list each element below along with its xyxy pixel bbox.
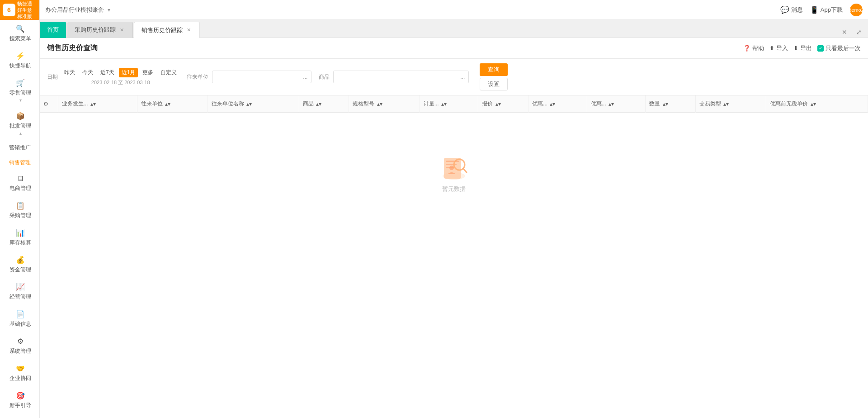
help-icon: ❓ — [743, 45, 750, 52]
ecommerce-icon: 🖥 — [17, 175, 24, 183]
sort-discount2[interactable]: ▴▾ — [609, 101, 614, 107]
content-area: 销售历史价查询 ❓ 帮助 ⬆ 导入 ⬇ 导出 ✓ 只看最后一次 — [40, 38, 868, 418]
svg-rect-2 — [446, 161, 459, 162]
sort-product[interactable]: ▴▾ — [316, 101, 321, 107]
quick-nav-icon: ⚡ — [16, 52, 25, 60]
empty-state-cell: 暂元数据 — [40, 113, 868, 230]
purchase-icon: 📋 — [16, 201, 25, 210]
sidebar-sub-marketing[interactable]: 营销推广 — [0, 140, 39, 155]
search-icon: 🔍 — [16, 24, 25, 33]
top-title: 办公用品行业模拟账套 — [45, 6, 104, 14]
sort-partner-name[interactable]: ▴▾ — [246, 101, 252, 107]
app-logo[interactable]: 6 畅捷通好生意 标准版 — [0, 0, 39, 20]
tab-expand-btn[interactable]: ⤢ — [854, 27, 864, 38]
th-spec: 规格型号 ▴▾ — [349, 95, 420, 113]
date-row: 昨天 今天 近7天 近1月 更多 自定义 — [61, 68, 179, 77]
message-btn[interactable]: 💬 消息 — [780, 5, 803, 14]
sort-partner-id[interactable]: ▴▾ — [165, 101, 170, 107]
sidebar-item-quick-nav[interactable]: ⚡ 快捷导航 — [0, 47, 39, 74]
sidebar-item-app-center[interactable]: 📱 应用中心 — [0, 414, 39, 418]
tab-purchase-close[interactable]: ✕ — [118, 27, 125, 33]
inventory-icon: 📊 — [16, 228, 25, 237]
th-partner-name: 往来单位名称 ▴▾ — [208, 95, 299, 113]
date-btn-1month[interactable]: 近1月 — [119, 68, 138, 77]
import-btn[interactable]: ⬆ 导入 — [769, 44, 788, 52]
sidebar-item-wholesale[interactable]: 📦 批发管理 ▴ — [0, 107, 39, 140]
wholesale-submenu: 营销推广 销售管理 — [0, 140, 39, 170]
sidebar-item-operations[interactable]: 📈 经营管理 — [0, 278, 39, 305]
table-header: ⚙ 业务发生... ▴▾ 往来单位 ▴▾ 往来单位名称 ▴▾ — [40, 95, 868, 113]
date-range-display: 2023-02-18 至 2023-03-18 — [91, 79, 150, 86]
page-title: 销售历史价查询 — [47, 43, 98, 58]
sort-unit[interactable]: ▴▾ — [441, 101, 447, 107]
th-product: 商品 ▴▾ — [299, 95, 349, 113]
logo-icon: 6 — [3, 4, 15, 16]
page-header: 销售历史价查询 ❓ 帮助 ⬆ 导入 ⬇ 导出 ✓ 只看最后一次 — [40, 38, 868, 59]
main-area: 办公用品行业模拟账套 ▾ 💬 消息 📱 App下载 demo2 首页 采购历史价… — [40, 0, 868, 418]
date-label: 日期 — [47, 73, 58, 81]
sort-biz-date[interactable]: ▴▾ — [90, 101, 96, 107]
tab-purchase-history[interactable]: 采购历史价跟踪 ✕ — [67, 22, 133, 38]
sidebar-sub-sales[interactable]: 销售管理 — [0, 155, 39, 170]
date-btn-more[interactable]: 更多 — [140, 68, 156, 77]
help-btn[interactable]: ❓ 帮助 — [743, 44, 764, 52]
retail-arrow: ▾ — [19, 98, 22, 103]
topbar-left: 办公用品行业模拟账套 ▾ — [45, 6, 110, 14]
tab-home[interactable]: 首页 — [40, 22, 66, 38]
enterprise-icon: 🤝 — [16, 364, 25, 373]
sort-spec[interactable]: ▴▾ — [377, 101, 382, 107]
operations-icon: 📈 — [16, 283, 25, 291]
top-dropdown[interactable]: ▾ — [108, 7, 110, 13]
svg-point-7 — [449, 166, 454, 170]
only-last-checkbox[interactable]: ✓ — [817, 45, 824, 52]
partner-input[interactable]: ... — [212, 71, 311, 83]
user-avatar[interactable]: demo2 — [850, 4, 863, 16]
sidebar-item-basic-info[interactable]: 📄 基础信息 — [0, 305, 39, 332]
sidebar-item-enterprise[interactable]: 🤝 企业协同 — [0, 360, 39, 387]
sort-quote[interactable]: ▴▾ — [495, 101, 501, 107]
tab-close-all-btn[interactable]: ✕ — [839, 27, 850, 38]
sidebar-item-search[interactable]: 🔍 搜索菜单 — [0, 20, 39, 47]
date-btn-yesterday[interactable]: 昨天 — [61, 68, 78, 77]
empty-text: 暂元数据 — [442, 185, 466, 193]
sort-pre-tax[interactable]: ▴▾ — [811, 101, 816, 107]
query-button[interactable]: 查询 — [480, 63, 508, 76]
th-unit: 计量... ▴▾ — [420, 95, 478, 113]
sort-discount1[interactable]: ▴▾ — [550, 101, 555, 107]
topbar-right: 💬 消息 📱 App下载 demo2 — [780, 4, 863, 16]
finance-icon: 💰 — [16, 256, 25, 264]
product-input[interactable]: ... — [333, 71, 469, 83]
sidebar-item-finance[interactable]: 💰 资金管理 — [0, 251, 39, 278]
only-last-checkbox-label[interactable]: ✓ 只看最后一次 — [817, 44, 861, 52]
gear-icon[interactable]: ⚙ — [43, 101, 48, 107]
date-btn-custom[interactable]: 自定义 — [158, 68, 179, 77]
logo-text: 畅捷通好生意 标准版 — [17, 0, 37, 20]
partner-filter-group: 往来单位 ... — [187, 71, 311, 83]
download-icon: 📱 — [810, 6, 819, 14]
empty-state: 暂元数据 — [40, 113, 868, 229]
table-container: ⚙ 业务发生... ▴▾ 往来单位 ▴▾ 往来单位名称 ▴▾ — [40, 95, 868, 418]
sidebar-item-system[interactable]: ⚙ 系统管理 — [0, 332, 39, 360]
date-btn-today[interactable]: 今天 — [80, 68, 96, 77]
product-filter-group: 商品 ... — [319, 71, 469, 83]
sidebar-item-guide[interactable]: 🎯 新手引导 — [0, 387, 39, 414]
sort-quantity[interactable]: ▴▾ — [663, 101, 668, 107]
app-download-btn[interactable]: 📱 App下载 — [810, 6, 843, 14]
sort-trade-type[interactable]: ▴▾ — [723, 101, 729, 107]
product-input-dots[interactable]: ... — [460, 74, 465, 80]
date-btn-7days[interactable]: 近7天 — [98, 68, 117, 77]
th-quote: 报价 ▴▾ — [478, 95, 528, 113]
partner-input-dots[interactable]: ... — [303, 74, 307, 80]
svg-line-6 — [463, 169, 467, 172]
sidebar-item-inventory[interactable]: 📊 库存核算 — [0, 224, 39, 251]
sidebar-item-ecommerce[interactable]: 🖥 电商管理 — [0, 170, 39, 197]
export-btn[interactable]: ⬇ 导出 — [793, 44, 812, 52]
export-icon: ⬇ — [793, 45, 798, 52]
settings-button[interactable]: 设置 — [480, 78, 508, 90]
sidebar-item-retail[interactable]: 🛒 零售管理 ▾ — [0, 74, 39, 107]
th-discount1: 优惠... ▴▾ — [528, 95, 587, 113]
tab-sales-history[interactable]: 销售历史价跟踪 ✕ — [134, 22, 200, 38]
sidebar: 6 畅捷通好生意 标准版 🔍 搜索菜单 ⚡ 快捷导航 🛒 零售管理 ▾ 📦 批发… — [0, 0, 40, 418]
tab-sales-close[interactable]: ✕ — [185, 27, 192, 33]
sidebar-item-purchase[interactable]: 📋 采购管理 — [0, 197, 39, 224]
